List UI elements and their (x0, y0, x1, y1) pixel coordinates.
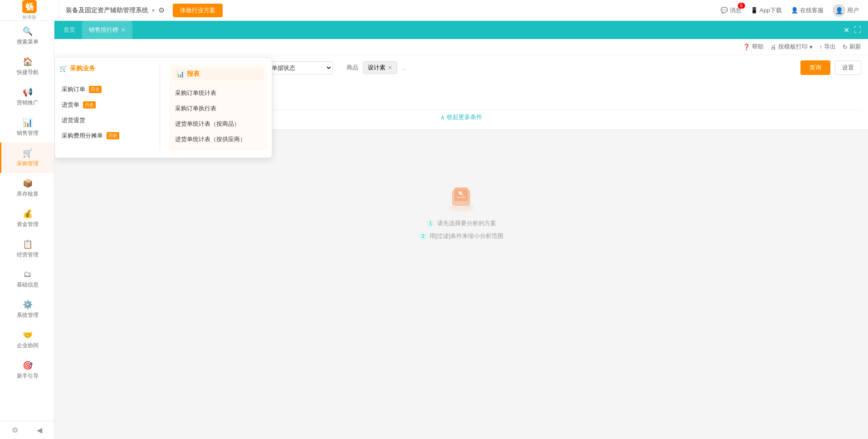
purchase-icon: 🛒 (23, 148, 33, 158)
phone-icon: 📱 (751, 7, 758, 14)
print-arrow[interactable]: ▾ (809, 44, 813, 50)
sidebar-label-system: 系统管理 (17, 311, 39, 319)
online-service-item[interactable]: 👤 在线客服 (791, 6, 824, 15)
sidebar-label-basic: 基础信息 (17, 281, 39, 289)
reports-col-icon: 📊 (176, 70, 184, 78)
reports-col-title: 📊 报表 (173, 68, 264, 80)
goods-label: 商品 (346, 64, 358, 72)
guide-icon: 🎯 (23, 360, 33, 370)
print-icon: 🖨 (770, 44, 776, 50)
history-badge-cost: 历史 (107, 132, 119, 139)
avatar: 👤 (833, 4, 845, 17)
sidebar-item-system[interactable]: ⚙️ 系统管理 (0, 294, 54, 325)
sidebar-item-quick-nav[interactable]: 🏠 快捷导航 (0, 51, 54, 82)
collapse-label: 收起更多条件 (447, 113, 482, 121)
page-content: ❓ 帮助 🖨 按模板打印 ▾ ↑ 导出 ↻ 刷新 (54, 39, 868, 439)
settings-button[interactable]: 设置 (835, 60, 861, 75)
report-stock-goods-label: 进货单统计表（按商品） (175, 120, 240, 128)
hint-num-2: 2 (419, 232, 427, 240)
goods-tag-value: 设计素 (368, 64, 385, 72)
sidebar-label-inventory: 库存核算 (17, 190, 39, 198)
tab-sales-rank-label: 销售排行榜 (89, 26, 118, 34)
search-icon: 🔍 (23, 26, 33, 36)
dropdown-item-purchase-order-stat[interactable]: 采购订单统计表 (173, 85, 264, 101)
finance-icon: 💰 (23, 209, 33, 219)
hint-num-1: 1 (427, 219, 435, 227)
purchase-return-label: 进货退货 (62, 116, 85, 124)
sidebar-item-enterprise[interactable]: 🤝 企业协同 (0, 325, 54, 355)
help-label: 帮助 (752, 43, 764, 51)
sidebar-item-basic[interactable]: 🗂 基础信息 (0, 264, 54, 294)
tab-close-icon[interactable]: ✕ (121, 27, 126, 33)
empty-illustration (443, 178, 479, 215)
reports-col: 📊 报表 采购订单统计表 采购订单执行表 进货单统计表（按商品） 进货单统计表（… (169, 64, 268, 151)
tab-right-icons: ✕ ⛶ (844, 26, 866, 35)
collapse-sidebar-icon[interactable]: ◀ (37, 426, 42, 434)
sidebar-item-inventory[interactable]: 📦 库存核算 (0, 173, 54, 203)
messages-item[interactable]: 💬 消息 6 (721, 6, 741, 15)
goods-more-dots[interactable]: ... (402, 64, 407, 71)
tab-maximize-icon[interactable]: ⛶ (854, 26, 861, 35)
logo-icon: 畅 (22, 0, 37, 13)
export-label: 导出 (824, 43, 836, 51)
dropdown-item-purchase-cost[interactable]: 采购费用分摊单 历史 (59, 128, 151, 143)
sidebar-label-marketing: 营销推广 (17, 99, 39, 107)
print-button[interactable]: 🖨 按模板打印 ▾ (770, 43, 813, 51)
enterprise-icon: 🤝 (23, 330, 33, 340)
sidebar-item-guide[interactable]: 🎯 新手引导 (0, 355, 54, 385)
user-label: 用户 (847, 6, 859, 15)
trial-button[interactable]: 体验行业方案 (173, 4, 223, 17)
sidebar-item-operation[interactable]: 📋 经营管理 (0, 234, 54, 264)
tab-home[interactable]: 首页 (57, 21, 82, 39)
dropdown-item-stock-stat-goods[interactable]: 进货单统计表（按商品） (173, 116, 264, 132)
sidebar-label-operation: 经营管理 (17, 251, 39, 259)
collapse-arrow-icon: ∧ (440, 114, 445, 121)
goods-tag-close[interactable]: ✕ (388, 64, 392, 71)
user-item[interactable]: 👤 用户 (833, 4, 859, 17)
sidebar-item-purchase[interactable]: 🛒 采购管理 (0, 143, 54, 173)
reports-col-title-text: 报表 (187, 70, 200, 78)
empty-hint-text-2: 用[过滤]条件来缩小分析范围 (429, 232, 503, 240)
report-order-stat-label: 采购订单统计表 (175, 89, 216, 97)
purchase-stock-label: 进货单 (62, 101, 79, 109)
dropdown-item-purchase-return[interactable]: 进货退货 (59, 113, 151, 128)
purchase-col: 🛒 采购业务 采购订单 历史 进货单 历史 进货退货 (59, 64, 151, 151)
sidebar-item-finance[interactable]: 💰 资金管理 (0, 203, 54, 234)
refresh-icon: ↻ (843, 44, 848, 50)
system-settings-icon[interactable]: ⚙ (158, 6, 165, 15)
system-title-area: 装备及固定资产辅助管理系统 ▾ ⚙ 体验行业方案 (59, 4, 721, 17)
history-badge-order: 历史 (89, 86, 102, 93)
app-download-item[interactable]: 📱 App下载 (751, 6, 782, 15)
sidebar: 🔍 搜索菜单 🏠 快捷导航 📢 营销推广 📊 销售管理 🛒 采购管理 📦 库存核… (0, 21, 54, 439)
home-icon: 🏠 (23, 57, 33, 67)
sidebar-item-sales[interactable]: 📊 销售管理 (0, 112, 54, 143)
refresh-button[interactable]: ↻ 刷新 (843, 43, 861, 51)
sidebar-label-quick-nav: 快捷导航 (17, 69, 39, 76)
tab-close-all-icon[interactable]: ✕ (844, 26, 849, 35)
sidebar-label-purchase: 采购管理 (17, 160, 39, 168)
export-button[interactable]: ↑ 导出 (819, 43, 836, 51)
dropdown-item-purchase-order[interactable]: 采购订单 历史 (59, 82, 151, 97)
doc-status-select[interactable]: 单据状态 (265, 61, 333, 74)
dropdown-item-stock-stat-supplier[interactable]: 进货单统计表（按供应商） (173, 132, 264, 147)
tab-sales-rank[interactable]: 销售排行榜 ✕ (82, 21, 132, 39)
sidebar-label-finance: 资金管理 (17, 221, 39, 228)
sidebar-item-marketing[interactable]: 📢 营销推广 (0, 82, 54, 112)
sidebar-bottom: ⚙ ◀ (0, 421, 54, 439)
empty-hint-1: 1 请先选择要分析的方案 (427, 219, 496, 227)
query-button[interactable]: 查询 (800, 60, 830, 75)
refresh-label: 刷新 (849, 43, 861, 51)
dropdown-item-purchase-stock[interactable]: 进货单 历史 (59, 97, 151, 113)
dropdown-item-purchase-order-exec[interactable]: 采购订单执行表 (173, 101, 264, 116)
marketing-icon: 📢 (23, 87, 33, 97)
inventory-icon: 📦 (23, 178, 33, 188)
dropdown-divider (160, 64, 160, 151)
message-icon: 💬 (721, 7, 728, 14)
tab-bar: 首页 销售排行榜 ✕ ✕ ⛶ (54, 21, 868, 39)
help-button[interactable]: ❓ 帮助 (743, 43, 764, 51)
sidebar-item-search[interactable]: 🔍 搜索菜单 (0, 21, 54, 51)
report-stock-supplier-label: 进货单统计表（按供应商） (175, 135, 246, 143)
bottom-settings-icon[interactable]: ⚙ (12, 426, 18, 434)
title-dropdown-arrow[interactable]: ▾ (152, 7, 155, 14)
purchase-cost-label: 采购费用分摊单 (62, 132, 103, 140)
